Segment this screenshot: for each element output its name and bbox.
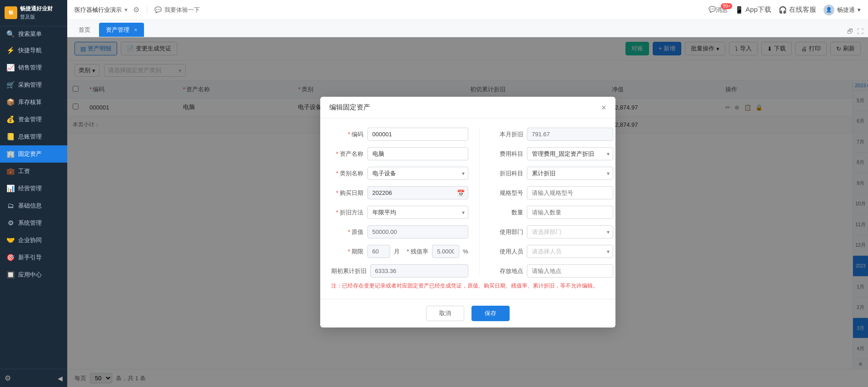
sidebar-item-appcenter[interactable]: 🔲 应用中心 <box>0 266 67 283</box>
period-input[interactable] <box>367 245 390 258</box>
sidebar-label-purchase: 采购管理 <box>18 81 42 89</box>
modal-close-button[interactable]: × <box>601 104 606 112</box>
initial-depr-input[interactable] <box>370 264 468 278</box>
sidebar-item-base[interactable]: 🗂 基础信息 <box>0 197 67 214</box>
original-value-input[interactable] <box>367 225 468 238</box>
name-input[interactable] <box>367 147 468 160</box>
code-input[interactable] <box>367 128 468 141</box>
depr-method-select[interactable]: 年限平均 <box>367 206 468 219</box>
feedback-button[interactable]: 💬 我要体验一下 <box>154 6 200 14</box>
form-col-right: 本月折旧 费用科目 管理费用_固定资产折旧 <box>480 128 613 278</box>
user-avatar: 👤 <box>823 5 834 15</box>
modal-footer: 取消 保存 <box>320 299 615 327</box>
field-period-salvage: * 期限 月 * 残值率 % <box>331 245 468 258</box>
sidebar-header: 畅 畅捷通好业财 普及版 <box>0 0 67 26</box>
sidebar-item-inventory[interactable]: 📦 库存核算 <box>0 94 67 111</box>
tab-close-icon[interactable]: × <box>134 26 138 33</box>
app-download-label: App下载 <box>745 5 771 14</box>
sidebar-bottom: ⚙ ◀ <box>0 369 67 387</box>
tab-home[interactable]: 首页 <box>72 23 97 37</box>
user-menu[interactable]: 👤 畅捷通 ▾ <box>823 5 861 15</box>
feedback-label: 我要体验一下 <box>164 6 200 14</box>
settings-gear-icon[interactable]: ⚙ <box>133 5 139 14</box>
field-depr-method: * 折旧方法 年限平均 ▾ <box>331 206 468 219</box>
purchase-date-input[interactable] <box>367 186 468 199</box>
online-service-label: 在线客服 <box>789 5 816 14</box>
sidebar-item-capital[interactable]: 💰 资金管理 <box>0 111 67 128</box>
tab-home-label: 首页 <box>79 26 90 33</box>
sidebar-item-search[interactable]: 🔍 搜索菜单 <box>0 26 67 42</box>
field-spec-model: 规格型号 <box>491 186 613 199</box>
tabbar: 首页 资产管理 × 🗗 ⛶ <box>67 20 868 37</box>
person-label: 使用人员 <box>491 248 523 256</box>
save-button[interactable]: 保存 <box>471 306 510 321</box>
sidebar-search-label: 搜索菜单 <box>18 30 42 38</box>
sidebar-label-payroll: 工资 <box>18 167 30 175</box>
window-expand-icon[interactable]: ⛶ <box>857 28 863 35</box>
depr-subject-wrap: 累计折旧 ▾ <box>527 167 613 180</box>
field-location: 存放地点 <box>491 264 613 278</box>
tab-assets-label: 资产管理 <box>106 26 129 33</box>
message-badge: 99+ <box>721 3 732 9</box>
depr-subject-select[interactable]: 累计折旧 <box>527 167 613 180</box>
online-service-button[interactable]: 🎧 在线客服 <box>779 5 816 14</box>
window-restore-icon[interactable]: 🗗 <box>847 28 853 35</box>
sidebar: 畅 畅捷通好业财 普及版 🔍 搜索菜单 ⚡ 快捷导航 📈 销售管理 🛒 <box>0 0 67 387</box>
quantity-label: 数量 <box>491 208 523 217</box>
field-purchase-date: * 购买日期 📅 <box>331 186 468 199</box>
message-button[interactable]: 💬 消息 99+ <box>709 6 728 14</box>
sidebar-item-guide[interactable]: 🎯 新手引导 <box>0 249 67 266</box>
username-label: 畅捷通 <box>837 6 855 14</box>
base-icon: 🗂 <box>6 202 15 210</box>
expense-subject-select[interactable]: 管理费用_固定资产折旧 <box>527 147 613 160</box>
sidebar-item-biz[interactable]: 🤝 企业协同 <box>0 232 67 249</box>
settings-icon[interactable]: ⚙ <box>5 374 11 382</box>
category-select-wrap: 电子设备 ▾ <box>367 167 468 180</box>
bizmanage-icon: 📊 <box>6 184 15 193</box>
field-original-value: * 原值 <box>331 225 468 238</box>
field-initial-depr: 期初累计折旧 <box>331 264 468 278</box>
sidebar-item-assets[interactable]: 🏢 固定资产 <box>0 145 67 163</box>
app-download-button[interactable]: 📱 App下载 <box>735 5 771 14</box>
spec-model-input[interactable] <box>527 186 613 199</box>
form-grid: * 编码 * 资产名称 * 类别名称 <box>331 128 605 278</box>
quantity-input[interactable] <box>527 206 613 219</box>
sidebar-item-purchase[interactable]: 🛒 采购管理 <box>0 76 67 94</box>
sidebar-item-payroll[interactable]: 💼 工资 <box>0 163 67 180</box>
sidebar-label-inventory: 库存核算 <box>18 98 42 106</box>
sidebar-item-sysmanage[interactable]: ⚙ 系统管理 <box>0 214 67 232</box>
monthly-depr-input <box>527 128 613 141</box>
collapse-icon[interactable]: ◀ <box>58 375 63 382</box>
sidebar-label-appcenter: 应用中心 <box>18 271 42 279</box>
location-label: 存放地点 <box>491 267 523 275</box>
topbar-divider-1 <box>147 5 147 15</box>
code-label: * 编码 <box>331 130 364 139</box>
field-person: 使用人员 请选择人员 ▾ <box>491 245 613 258</box>
company-dropdown-icon[interactable]: ▾ <box>124 6 128 13</box>
cancel-button[interactable]: 取消 <box>426 306 464 321</box>
dept-select[interactable]: 请选择部门 <box>527 225 613 238</box>
sidebar-label-assets: 固定资产 <box>18 150 42 158</box>
sidebar-item-ledger[interactable]: 📒 总账管理 <box>0 128 67 145</box>
tab-assets-mgmt[interactable]: 资产管理 × <box>99 23 144 37</box>
expense-subject-label: 费用科目 <box>491 150 523 158</box>
person-select[interactable]: 请选择人员 <box>527 245 613 258</box>
sidebar-item-bizmanage[interactable]: 📊 经营管理 <box>0 180 67 197</box>
company-name: 医疗器械行业演示 ▾ <box>74 6 128 14</box>
quicknav-icon: ⚡ <box>6 46 15 55</box>
category-select[interactable]: 电子设备 <box>367 167 468 180</box>
depr-method-label: * 折旧方法 <box>331 208 364 217</box>
sidebar-item-sales[interactable]: 📈 销售管理 <box>0 59 67 76</box>
location-input[interactable] <box>527 264 613 278</box>
field-expense-subject: 费用科目 管理费用_固定资产折旧 ▾ <box>491 147 613 160</box>
sysmanage-icon: ⚙ <box>6 219 15 227</box>
feedback-icon: 💬 <box>154 6 162 13</box>
name-label: * 资产名称 <box>331 150 364 158</box>
sidebar-item-quicknav[interactable]: ⚡ 快捷导航 <box>0 42 67 59</box>
salvage-rate-label: * 残值率 <box>407 248 429 256</box>
sidebar-label-capital: 资金管理 <box>18 115 42 124</box>
capital-icon: 💰 <box>6 115 15 124</box>
field-name: * 资产名称 <box>331 147 468 160</box>
salvage-rate-input[interactable] <box>432 245 459 258</box>
content-area: ▤ 资产明细 📄 变更生成凭证 对账 + 新增 批量操作 ▾ <box>67 37 868 387</box>
